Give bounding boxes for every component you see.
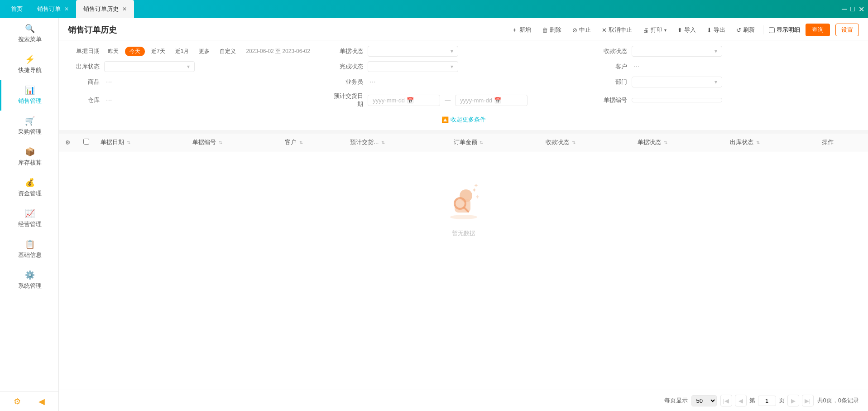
sidebar-item-sales[interactable]: 📊 销售管理 <box>0 80 58 111</box>
next-page-button[interactable]: ▶ <box>787 395 799 406</box>
query-button[interactable]: 查询 <box>806 24 830 36</box>
sidebar-item-purchase[interactable]: 🛒 采购管理 <box>0 111 58 141</box>
warehouse-status-select[interactable]: ▾ <box>104 61 195 72</box>
quick-nav-icon: ⚡ <box>25 54 35 64</box>
product-label: 商品 <box>68 78 104 86</box>
tab-home[interactable]: 首页 <box>4 0 30 18</box>
expected-date-from[interactable]: yyyy-mm-dd 📅 <box>368 95 440 106</box>
last-page-button[interactable]: ▶| <box>802 395 814 406</box>
page-title: 销售订单历史 <box>68 24 117 35</box>
minimize-button[interactable]: ─ <box>842 5 847 13</box>
col-payment-status[interactable]: 收款状态 ⇅ <box>540 134 632 151</box>
display-detail-checkbox[interactable] <box>769 27 775 33</box>
collapse-more-label: 收起更多条件 <box>451 116 486 124</box>
close-tab-sales-order-history[interactable]: ✕ <box>122 6 127 12</box>
col-payment-status-sort-icon: ⇅ <box>572 140 575 145</box>
table-settings-cell[interactable]: ⚙ <box>59 134 77 151</box>
new-button[interactable]: ＋ 新增 <box>509 24 534 36</box>
sidebar-item-finance[interactable]: 💰 资金管理 <box>0 172 58 203</box>
svg-point-2 <box>460 189 472 202</box>
col-order-no-label: 单据编号 <box>192 139 216 145</box>
main-layout: 🔍 搜索菜单 ⚡ 快捷导航 📊 销售管理 🛒 采购管理 📦 库存核算 💰 资金管… <box>0 18 868 411</box>
total-info: 共0页，0条记录 <box>817 396 859 405</box>
payment-status-dropdown-icon: ▾ <box>715 48 717 54</box>
date-btn-more[interactable]: 更多 <box>195 47 213 56</box>
stop-button[interactable]: ⊘ 中止 <box>570 24 594 36</box>
refresh-icon: ↺ <box>736 27 741 34</box>
sidebar-item-base-info[interactable]: 📋 基础信息 <box>0 234 58 265</box>
system-icon: ⚙️ <box>25 270 35 280</box>
page-size-select[interactable]: 20 50 100 <box>691 395 717 406</box>
complete-status-select[interactable]: ▾ <box>368 61 458 72</box>
sidebar-item-inventory[interactable]: 📦 库存核算 <box>0 141 58 172</box>
display-detail-toggle[interactable]: 显示明细 <box>769 26 800 34</box>
print-label: 打印 <box>651 26 662 34</box>
first-page-button[interactable]: |◀ <box>720 395 732 406</box>
prev-page-button[interactable]: ◀ <box>735 395 747 406</box>
customer-label: 客户 <box>595 63 632 71</box>
calendar-to-icon[interactable]: 📅 <box>494 97 501 104</box>
tab-sales-order[interactable]: 销售订单 ✕ <box>30 0 76 18</box>
col-date[interactable]: 单据日期 ⇅ <box>95 134 187 151</box>
col-order-status[interactable]: 单据状态 ⇅ <box>632 134 724 151</box>
date-to-placeholder: yyyy-mm-dd <box>460 97 492 104</box>
col-customer[interactable]: 客户 ⇅ <box>279 134 345 151</box>
settings-label: 设置 <box>841 26 853 34</box>
complete-status-dropdown-icon: ▾ <box>451 63 453 70</box>
delete-button[interactable]: 🗑 删除 <box>539 24 564 36</box>
cancel-stop-button[interactable]: ✕ 取消中止 <box>599 24 635 36</box>
close-tab-sales-order[interactable]: ✕ <box>64 6 69 12</box>
tab-sales-order-history[interactable]: 销售订单历史 ✕ <box>76 0 134 18</box>
export-button[interactable]: ⬇ 导出 <box>704 24 728 36</box>
col-warehouse-status[interactable]: 出库状态 ⇅ <box>724 134 816 151</box>
import-button[interactable]: ⬆ 导入 <box>675 24 699 36</box>
col-expected-date[interactable]: 预计交货... ⇅ <box>345 134 448 151</box>
sidebar-item-search[interactable]: 🔍 搜索菜单 <box>0 18 58 49</box>
export-label: 导出 <box>714 26 725 34</box>
order-no-input[interactable] <box>632 98 722 102</box>
sidebar-bottom: ⚙ ◀ <box>0 392 58 411</box>
sidebar-item-system[interactable]: ⚙️ 系统管理 <box>0 265 58 295</box>
date-btn-1month[interactable]: 近1月 <box>172 47 193 56</box>
date-btn-yesterday[interactable]: 昨天 <box>104 47 122 56</box>
sidebar-item-quick-nav[interactable]: ⚡ 快捷导航 <box>0 49 58 80</box>
sidebar-settings-button[interactable]: ⚙ <box>14 396 21 406</box>
payment-status-select[interactable]: ▾ <box>632 46 722 57</box>
dept-dropdown-icon: ▾ <box>715 79 717 85</box>
order-status-select[interactable]: ▾ <box>368 46 458 57</box>
page-number-input[interactable] <box>758 396 776 406</box>
filter-row-4: 仓库 ··· 预计交货日期 yyyy-mm-dd 📅 — yyyy-mm-dd … <box>68 92 859 108</box>
warehouse-status-dropdown-icon: ▾ <box>187 63 190 70</box>
order-no-filter <box>632 98 859 102</box>
date-btn-today[interactable]: 今天 <box>125 47 145 56</box>
finance-icon: 💰 <box>25 178 35 188</box>
maximize-button[interactable]: □ <box>850 5 855 13</box>
sidebar-collapse-button[interactable]: ◀ <box>38 396 45 406</box>
sidebar-item-base-info-label: 基础信息 <box>18 251 42 259</box>
close-window-button[interactable]: ✕ <box>858 5 864 14</box>
select-all-checkbox[interactable] <box>83 139 89 145</box>
calendar-from-icon[interactable]: 📅 <box>407 97 414 104</box>
warehouse-ellipsis[interactable]: ··· <box>104 96 114 104</box>
table-checkbox-header[interactable] <box>77 134 95 151</box>
refresh-button[interactable]: ↺ 刷新 <box>734 24 758 36</box>
sidebar-item-operations[interactable]: 📈 经营管理 <box>0 203 58 234</box>
settings-button[interactable]: 设置 <box>835 24 859 36</box>
expected-date-to[interactable]: yyyy-mm-dd 📅 <box>455 95 528 106</box>
collapse-more-button[interactable]: 🔼 收起更多条件 <box>68 113 859 125</box>
customer-ellipsis[interactable]: ··· <box>632 63 641 71</box>
date-btn-7days[interactable]: 近7天 <box>148 47 169 56</box>
product-ellipsis[interactable]: ··· <box>104 78 114 86</box>
new-label: 新增 <box>519 26 531 34</box>
print-button[interactable]: 🖨 打印 ▾ <box>640 24 669 36</box>
page-label: 页 <box>779 396 785 405</box>
sidebar-item-quick-nav-label: 快捷导航 <box>18 66 42 74</box>
col-order-no[interactable]: 单据编号 ⇅ <box>187 134 279 151</box>
sales-ellipsis[interactable]: ··· <box>368 78 377 86</box>
top-bar: 首页 销售订单 ✕ 销售订单历史 ✕ ─ □ ✕ <box>0 0 868 18</box>
refresh-label: 刷新 <box>743 26 755 34</box>
sales-label: 业务员 <box>331 78 368 86</box>
col-amount[interactable]: 订单金额 ⇅ <box>448 134 540 151</box>
date-btn-custom[interactable]: 自定义 <box>216 47 240 56</box>
dept-select[interactable]: ▾ <box>632 77 722 87</box>
